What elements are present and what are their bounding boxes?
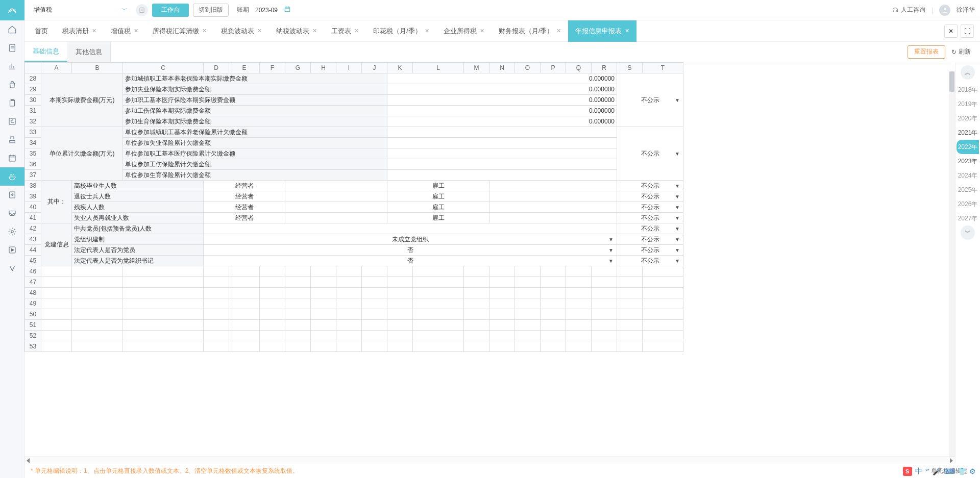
year-option[interactable]: 2018年 (957, 83, 979, 97)
column-header[interactable]: B (72, 63, 123, 73)
tab[interactable]: 年报信息申报表✕ (568, 20, 636, 42)
spreadsheet-grid[interactable]: ABCDEFGHIJKLMNOPQRST 28本期实际缴费金额(万元)参加城镇职… (24, 62, 955, 457)
doc-icon[interactable] (0, 39, 24, 57)
column-header[interactable]: Q (566, 63, 592, 73)
ime-keyboard-icon[interactable]: ⌨ (944, 467, 954, 475)
gear-icon[interactable] (0, 222, 24, 241)
home-icon[interactable] (0, 20, 24, 39)
year-option[interactable]: 2023年 (957, 154, 979, 168)
close-icon[interactable]: ✕ (257, 28, 262, 34)
tab[interactable]: 增值税✕ (104, 20, 145, 42)
close-icon[interactable]: ✕ (202, 28, 207, 34)
column-header[interactable]: P (541, 63, 566, 73)
close-icon[interactable]: ✕ (134, 28, 138, 34)
inbox-icon[interactable] (0, 204, 24, 222)
select-cell[interactable]: 不公示▼ (617, 223, 683, 234)
column-header[interactable]: L (413, 63, 464, 73)
subtab-basic[interactable]: 基础信息 (24, 42, 67, 62)
expand-button[interactable]: ⛶ (961, 24, 974, 38)
year-option[interactable]: 2019年 (957, 97, 979, 111)
history-icon[interactable] (136, 4, 148, 16)
column-header[interactable]: I (336, 63, 362, 73)
bag-icon[interactable] (0, 76, 24, 94)
ime-punct-icon[interactable]: °' (925, 467, 929, 475)
column-header[interactable]: H (311, 63, 336, 73)
v-icon[interactable] (0, 259, 24, 278)
horizontal-scrollbar[interactable] (24, 457, 955, 464)
column-header[interactable]: E (229, 63, 260, 73)
ime-skin-icon[interactable]: 👕 (958, 467, 966, 475)
switch-old-button[interactable]: 切到旧版 (193, 4, 229, 17)
ime-lang-icon[interactable]: 中 (915, 467, 922, 476)
column-header[interactable]: A (41, 63, 72, 73)
column-header[interactable]: M (464, 63, 489, 73)
checklist-icon[interactable] (0, 112, 24, 131)
column-header[interactable]: C (123, 63, 204, 73)
select-cell[interactable]: 不公示▼ (617, 202, 683, 213)
column-header[interactable]: K (387, 63, 413, 73)
select-cell[interactable]: 不公示▼ (617, 73, 683, 127)
select-cell[interactable]: 不公示▼ (617, 234, 683, 245)
column-header[interactable]: R (592, 63, 617, 73)
close-tab-button[interactable]: ✕ (944, 24, 958, 38)
close-icon[interactable]: ✕ (312, 28, 317, 34)
play-icon[interactable] (0, 241, 24, 259)
export-icon[interactable] (0, 186, 24, 204)
year-option[interactable]: 2025年 (957, 183, 979, 197)
column-header[interactable]: N (489, 63, 515, 73)
select-cell[interactable]: 否▼ (204, 256, 617, 266)
year-option[interactable]: 2020年 (957, 111, 979, 125)
column-header[interactable]: D (204, 63, 229, 73)
column-header[interactable]: O (515, 63, 541, 73)
calendar-picker-icon[interactable] (284, 6, 291, 14)
clipboard-icon[interactable] (0, 94, 24, 112)
select-cell[interactable]: 不公示▼ (617, 213, 683, 223)
tab[interactable]: 所得税汇算清缴✕ (145, 20, 214, 42)
year-option[interactable]: 2026年 (957, 197, 979, 211)
close-icon[interactable]: ✕ (556, 28, 561, 34)
tab[interactable]: 税负波动表✕ (214, 20, 269, 42)
tab[interactable]: 企业所得税✕ (436, 20, 492, 42)
subtab-other[interactable]: 其他信息 (67, 42, 111, 62)
year-option[interactable]: 2027年 (957, 211, 979, 225)
ime-logo-icon[interactable]: S (903, 467, 912, 476)
column-header[interactable]: T (643, 63, 683, 73)
column-header[interactable]: F (260, 63, 285, 73)
tab[interactable]: 财务报表（月/季）✕ (492, 20, 569, 42)
tab[interactable]: 首页 (28, 20, 55, 42)
help-link[interactable]: 人工咨询 (892, 6, 925, 14)
select-cell[interactable]: 不公示▼ (617, 127, 683, 181)
close-icon[interactable]: ✕ (425, 28, 429, 34)
tab[interactable]: 印花税（月/季）✕ (366, 20, 436, 42)
tab[interactable]: 工资表✕ (324, 20, 366, 42)
module-dropdown[interactable]: 增值税 ﹀ (30, 3, 132, 17)
refresh-link[interactable]: ↻ 刷新 (951, 47, 971, 56)
select-cell[interactable]: 不公示▼ (617, 256, 683, 266)
year-option[interactable]: 2022年 (957, 140, 979, 154)
year-option[interactable]: 2021年 (957, 125, 979, 140)
ime-mic-icon[interactable]: 🎤 (933, 467, 941, 475)
year-option[interactable]: 2024年 (957, 168, 979, 183)
rice-bowl-icon[interactable] (0, 167, 24, 186)
column-header[interactable]: S (617, 63, 643, 73)
chart-icon[interactable] (0, 57, 24, 76)
user-avatar[interactable] (939, 5, 950, 16)
year-down-button[interactable]: ︾ (961, 225, 975, 240)
select-cell[interactable]: 不公示▼ (617, 191, 683, 202)
ime-toolbox-icon[interactable]: ⚙ (969, 467, 976, 475)
close-icon[interactable]: ✕ (354, 28, 359, 34)
tab[interactable]: 税表清册✕ (55, 20, 104, 42)
tab[interactable]: 纳税波动表✕ (269, 20, 324, 42)
workspace-button[interactable]: 工作台 (152, 4, 189, 17)
year-up-button[interactable]: ︽ (961, 65, 975, 80)
select-cell[interactable]: 否▼ (204, 245, 617, 256)
vertical-scrollbar[interactable] (949, 71, 955, 457)
close-icon[interactable]: ✕ (480, 28, 484, 34)
select-cell[interactable]: 不公示▼ (617, 181, 683, 191)
stamp-icon[interactable] (0, 131, 24, 149)
calendar-icon[interactable] (0, 149, 24, 167)
reset-table-button[interactable]: 重置报表 (908, 45, 945, 59)
select-cell[interactable]: 未成立党组织▼ (204, 234, 617, 245)
column-header[interactable]: G (285, 63, 311, 73)
select-cell[interactable]: 不公示▼ (617, 245, 683, 256)
